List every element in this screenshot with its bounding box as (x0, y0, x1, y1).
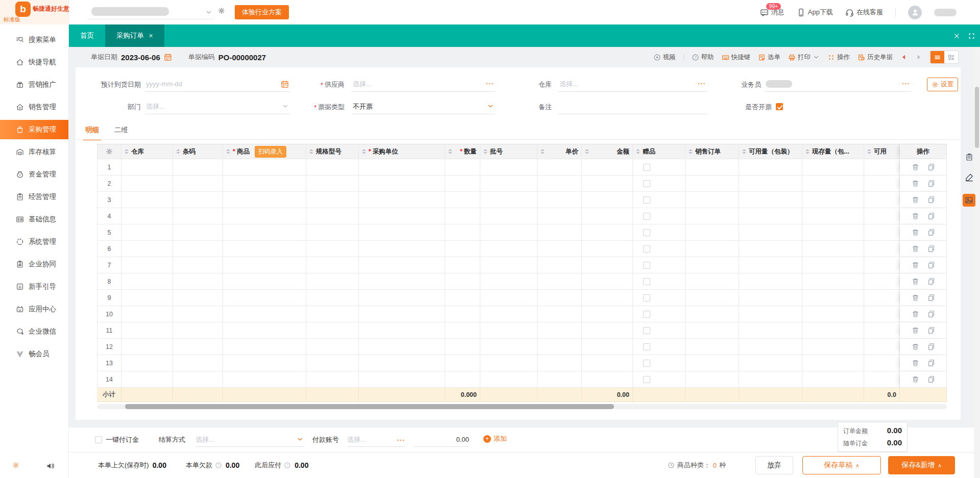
sort-icon[interactable] (309, 149, 313, 154)
cell-spec[interactable] (306, 322, 359, 339)
cell-product[interactable] (223, 322, 306, 339)
sort-icon[interactable] (867, 149, 871, 154)
cell-avail_pkg[interactable] (739, 241, 802, 257)
cell-barcode[interactable] (173, 273, 223, 290)
copy-icon[interactable] (927, 343, 935, 350)
cell-barcode[interactable] (173, 355, 223, 371)
sidebar-item-newbie[interactable]: 新新手引导 (0, 275, 68, 298)
cell-barcode[interactable] (173, 241, 223, 257)
trash-icon[interactable] (912, 196, 919, 204)
cell-stock_pkg[interactable] (802, 355, 864, 371)
cell-avail_pkg[interactable] (739, 159, 802, 175)
cell-spec[interactable] (306, 273, 359, 290)
invoice-checkbox[interactable] (776, 103, 783, 110)
cell-warehouse[interactable] (121, 355, 173, 371)
cell-unit[interactable] (359, 208, 445, 224)
cell-amount[interactable] (582, 306, 633, 322)
cell-sales_order[interactable] (685, 339, 739, 355)
tab-purchase-order[interactable]: 采购订单 ✕ (105, 24, 164, 47)
cell-price[interactable] (537, 371, 582, 388)
cell-batch[interactable] (480, 306, 537, 322)
sidebar-item-wechat[interactable]: 企业微信 (0, 320, 68, 343)
cell-product[interactable] (223, 290, 306, 306)
cell-avail_pkg[interactable] (739, 371, 802, 388)
cell-product[interactable] (223, 224, 306, 241)
cell-avail[interactable] (864, 159, 900, 175)
cell-batch[interactable] (480, 208, 537, 224)
cell-unit[interactable] (359, 273, 445, 290)
cell-amount[interactable] (582, 273, 633, 290)
cell-batch[interactable] (480, 322, 537, 339)
action-operate[interactable]: 操作 (827, 53, 850, 62)
copy-icon[interactable] (927, 278, 935, 285)
trash-icon[interactable] (912, 163, 919, 171)
cell-avail[interactable] (864, 192, 900, 208)
cell-amount[interactable] (582, 371, 633, 388)
cell-unit[interactable] (359, 241, 445, 257)
cell-sales_order[interactable] (685, 224, 739, 241)
cell-stock_pkg[interactable] (802, 371, 864, 388)
cell-qty[interactable] (445, 273, 480, 290)
sidebar-item-baseinfo[interactable]: 基础信息 (0, 208, 68, 231)
cell-price[interactable] (537, 208, 582, 224)
copy-icon[interactable] (927, 163, 935, 171)
cell-price[interactable] (537, 241, 582, 257)
trash-icon[interactable] (912, 375, 919, 383)
sort-icon[interactable] (226, 149, 230, 154)
cell-unit[interactable] (359, 371, 445, 388)
screenshot-image-icon[interactable] (963, 194, 975, 207)
list-view-button[interactable] (930, 51, 944, 63)
sort-icon[interactable] (585, 149, 589, 154)
cell-sales_order[interactable] (685, 355, 739, 371)
sidebar-item-collab[interactable]: 企业协同 (0, 253, 68, 275)
calendar-icon[interactable] (164, 53, 172, 61)
cell-batch[interactable] (480, 290, 537, 306)
copy-icon[interactable] (927, 229, 935, 236)
cell-warehouse[interactable] (121, 306, 173, 322)
cell-avail_pkg[interactable] (739, 273, 802, 290)
sidebar-item-purchase[interactable]: 采购管理 (0, 120, 68, 139)
vertical-scrollbar-thumb[interactable] (975, 87, 979, 148)
gift-checkbox[interactable] (643, 343, 650, 350)
cell-barcode[interactable] (173, 159, 223, 175)
sort-icon[interactable] (125, 149, 129, 154)
cell-product[interactable] (223, 257, 306, 273)
sidebar-item-sales[interactable]: ¥销售管理 (0, 96, 68, 118)
cell-amount[interactable] (582, 241, 633, 257)
cell-spec[interactable] (306, 192, 359, 208)
sort-icon[interactable] (541, 149, 545, 154)
cell-avail[interactable] (864, 208, 900, 224)
cell-avail[interactable] (864, 355, 900, 371)
gift-checkbox[interactable] (643, 360, 650, 367)
cell-warehouse[interactable] (121, 224, 173, 241)
cell-price[interactable] (537, 355, 582, 371)
cell-product[interactable] (223, 371, 306, 388)
sidebar-item-funds[interactable]: ¥资金管理 (0, 163, 68, 186)
cell-spec[interactable] (306, 159, 359, 175)
cell-warehouse[interactable] (121, 273, 173, 290)
copy-icon[interactable] (927, 180, 935, 187)
cell-sales_order[interactable] (685, 273, 739, 290)
cell-price[interactable] (537, 192, 582, 208)
prev-page-icon[interactable] (900, 54, 908, 61)
cell-avail[interactable] (864, 257, 900, 273)
copy-icon[interactable] (927, 245, 935, 253)
cell-stock_pkg[interactable] (802, 241, 864, 257)
tab-detail[interactable]: 明细 (83, 122, 101, 140)
cell-barcode[interactable] (173, 224, 223, 241)
cell-avail_pkg[interactable] (739, 355, 802, 371)
cell-amount[interactable] (582, 257, 633, 273)
cell-warehouse[interactable] (121, 257, 173, 273)
gift-checkbox[interactable] (643, 229, 650, 236)
cell-spec[interactable] (306, 241, 359, 257)
cell-batch[interactable] (480, 192, 537, 208)
cell-product[interactable] (223, 241, 306, 257)
cell-unit[interactable] (359, 339, 445, 355)
cell-unit[interactable] (359, 355, 445, 371)
cell-spec[interactable] (306, 371, 359, 388)
cell-batch[interactable] (480, 175, 537, 192)
cell-price[interactable] (537, 322, 582, 339)
cell-qty[interactable] (445, 339, 480, 355)
cell-sales_order[interactable] (685, 371, 739, 388)
trash-icon[interactable] (912, 278, 919, 285)
